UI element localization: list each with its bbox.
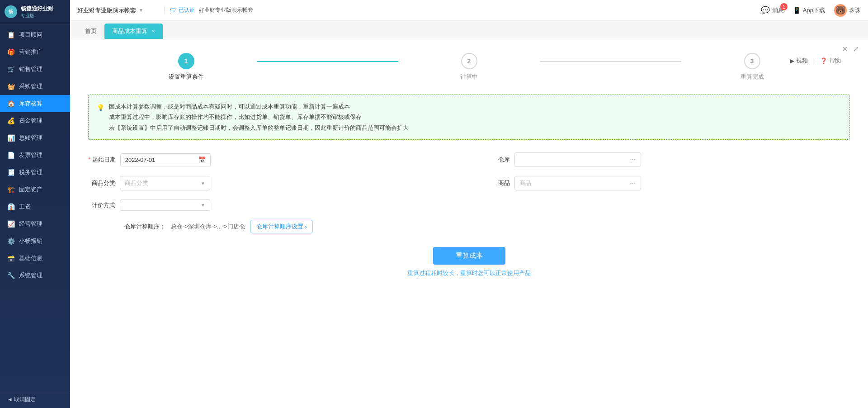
sidebar-item-operations[interactable]: 📈 经营管理	[0, 215, 70, 232]
sidebar-item-sales[interactable]: 🛒 销售管理	[0, 61, 70, 78]
sidebar-item-basic[interactable]: 🗃️ 基础信息	[0, 250, 70, 267]
close-window-icon[interactable]: ✕	[842, 45, 848, 53]
sidebar-brand: 畅捷通好业财 专业版	[21, 5, 53, 19]
warehouse-order-value: 总仓->深圳仓库->...->门店仓	[171, 223, 245, 231]
notice-box: 💡 因成本计算参数调整，或是对商品成本有疑问时，可以通过成本重算功能，重新计算一…	[88, 95, 850, 140]
app-download-button[interactable]: 📱 App下载	[793, 6, 825, 14]
steps-container: 1 设置重算条件 2 计算中 3 重算完成 ▶ 视	[88, 53, 850, 81]
form-row-pricing: 计价方式 ▼	[88, 199, 850, 211]
shield-icon: 🛡	[170, 7, 176, 14]
tabs-bar: 首页 商品成本重算 ×	[70, 21, 868, 39]
notice-line-1: 因成本计算参数调整，或是对商品成本有疑问时，可以通过成本重算功能，重新计算一遍成…	[109, 101, 409, 112]
sidebar-item-label: 小畅报销	[19, 237, 42, 245]
sidebar-item-label: 税务管理	[19, 168, 42, 176]
form-row-category-product: 商品分类 商品分类 ▼ 商品 商品 ···	[88, 176, 850, 190]
step-1-label: 设置重算条件	[169, 73, 204, 81]
notice-icon: 💡	[97, 102, 104, 133]
step-3-circle: 3	[744, 53, 760, 69]
message-icon: 💬	[761, 6, 770, 14]
step-3-number: 3	[750, 57, 754, 65]
category-select[interactable]: 商品分类 ▼	[120, 176, 210, 190]
chevron-right-icon: ›	[305, 223, 307, 230]
accounting-icon: 📊	[7, 134, 14, 142]
step-2-circle: 2	[461, 53, 477, 69]
video-action[interactable]: ▶ 视频	[790, 57, 808, 65]
account-selector[interactable]: 好业财专业版演示帐套 ▼	[77, 6, 159, 14]
expand-window-icon[interactable]: ⤢	[853, 45, 859, 53]
sidebar-item-label: 营销推广	[19, 48, 42, 56]
unpin-label: ◄ 取消固定	[7, 396, 36, 403]
app-label: App下载	[803, 6, 825, 14]
user-name: 珠珠	[849, 6, 861, 14]
sidebar-item-system[interactable]: 🔧 系统管理	[0, 267, 70, 284]
system-icon: 🔧	[7, 272, 14, 279]
tab-recalc[interactable]: 商品成本重算 ×	[104, 24, 163, 39]
sidebar-item-label: 资金管理	[19, 117, 42, 125]
company-name: 好业财专业版演示帐套	[199, 6, 253, 14]
tab-home-label: 首页	[85, 28, 97, 34]
expense-icon: ⚙️	[7, 237, 14, 245]
app-logo-icon: 畅	[5, 5, 17, 18]
date-value: 2022-07-01	[125, 157, 156, 163]
help-action[interactable]: ❓ 帮助	[820, 57, 841, 65]
sidebar-item-assets[interactable]: 🏗️ 固定资产	[0, 181, 70, 198]
sidebar-item-expense[interactable]: ⚙️ 小畅报销	[0, 232, 70, 250]
step-1-circle: 1	[178, 53, 194, 69]
form-row-date-warehouse: * 起始日期 2022-07-01 📅 仓库 ···	[88, 152, 850, 167]
window-controls: ✕ ⤢	[842, 45, 859, 53]
verified-badge: 🛡 已认证 好业财专业版演示帐套	[164, 6, 253, 14]
sidebar-item-project[interactable]: 📋 项目顾问	[0, 26, 70, 43]
message-button[interactable]: 💬 消息 1	[761, 6, 784, 14]
product-placeholder: 商品	[519, 179, 531, 187]
category-label: 商品分类	[88, 179, 120, 187]
user-menu[interactable]: 🐻 珠珠	[834, 4, 861, 17]
phone-icon: 📱	[793, 7, 801, 14]
form-group-category: 商品分类 商品分类 ▼	[88, 176, 456, 190]
pricing-label: 计价方式	[88, 201, 120, 209]
start-date-input[interactable]: 2022-07-01 📅	[120, 153, 211, 166]
sidebar-item-purchase[interactable]: 🧺 采购管理	[0, 78, 70, 95]
recalc-button[interactable]: 重算成本	[433, 247, 505, 265]
step-1-number: 1	[184, 57, 188, 65]
sidebar-item-finance[interactable]: 💰 资金管理	[0, 112, 70, 129]
basic-icon: 🗃️	[7, 255, 14, 262]
sidebar-item-label: 发票管理	[19, 151, 42, 159]
steps-actions: ▶ 视频 | ❓ 帮助	[790, 57, 841, 65]
tab-home[interactable]: 首页	[77, 24, 104, 39]
project-icon: 📋	[7, 31, 14, 38]
sidebar-item-label: 固定资产	[19, 185, 42, 194]
sidebar-item-marketing[interactable]: 🎁 营销推广	[0, 43, 70, 61]
sidebar-item-inventory[interactable]: 🏠 库存核算	[0, 95, 70, 112]
content-area: ✕ ⤢ 1 设置重算条件 2 计算中 3	[70, 39, 868, 408]
recalc-note: 重算过程耗时较长，重算时您可以正常使用产品	[407, 269, 531, 277]
sidebar-item-label: 销售管理	[19, 65, 42, 73]
tab-close-icon[interactable]: ×	[152, 28, 155, 34]
sidebar-item-accounting[interactable]: 📊 总账管理	[0, 129, 70, 147]
sidebar-item-label: 项目顾问	[19, 31, 42, 39]
chevron-down-icon: ▼	[201, 181, 205, 186]
question-icon: ❓	[820, 57, 827, 64]
dots-icon: ···	[630, 156, 636, 164]
warehouse-input[interactable]: ···	[514, 152, 641, 167]
sidebar-item-payroll[interactable]: 👔 工资	[0, 198, 70, 215]
dropdown-arrow-icon: ▼	[139, 8, 143, 13]
verified-text: 已认证	[179, 6, 195, 14]
video-label: 视频	[796, 57, 808, 65]
play-icon: ▶	[790, 57, 794, 64]
sidebar-item-tax[interactable]: 🧾 税务管理	[0, 164, 70, 181]
warehouse-order-row: 仓库计算顺序： 总仓->深圳仓库->...->门店仓 仓库计算顺序设置 ›	[88, 220, 850, 233]
sidebar-item-invoice[interactable]: 📄 发票管理	[0, 147, 70, 164]
purchase-icon: 🧺	[7, 83, 14, 90]
logo-text: 畅	[9, 9, 13, 15]
step-line-2	[540, 61, 681, 62]
recalc-btn-label: 重算成本	[456, 251, 483, 259]
product-input[interactable]: 商品 ···	[514, 176, 641, 190]
sidebar-unpin[interactable]: ◄ 取消固定	[0, 391, 70, 408]
sales-icon: 🛒	[7, 66, 14, 73]
warehouse-order-btn[interactable]: 仓库计算顺序设置 ›	[250, 220, 313, 233]
sidebar-item-label: 库存核算	[19, 100, 42, 108]
sidebar: 畅 畅捷通好业财 专业版 📋 项目顾问 🎁 营销推广 🛒 销售管理 🧺 采购管理…	[0, 0, 70, 408]
form-group-pricing: 计价方式 ▼	[88, 199, 850, 211]
pricing-select[interactable]: ▼	[120, 199, 210, 211]
brand-edition: 专业版	[21, 13, 53, 19]
